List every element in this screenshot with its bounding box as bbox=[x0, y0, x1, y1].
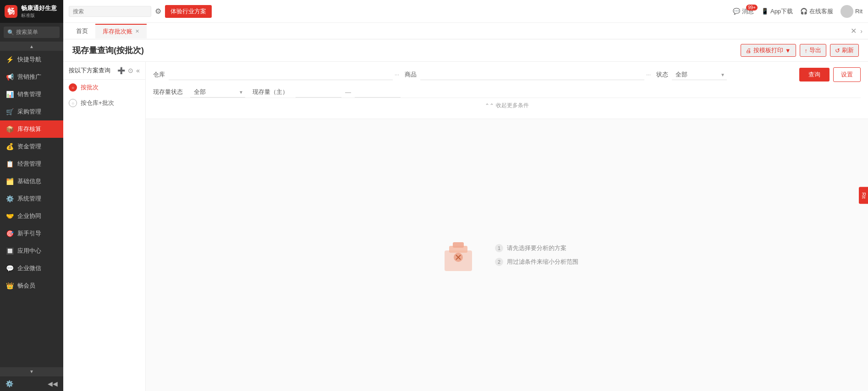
search-label: 搜索菜单 bbox=[16, 28, 38, 36]
search-icon: 🔍 bbox=[7, 29, 14, 36]
scroll-up-btn[interactable]: ▲ bbox=[0, 42, 63, 51]
product-more-icon[interactable]: ··· bbox=[646, 71, 651, 78]
sidebar-item-label: 企业协同 bbox=[17, 212, 41, 220]
app-download-btn[interactable]: 📱 App下载 bbox=[761, 7, 793, 16]
inventory-qty-label: 现存量（主） bbox=[253, 88, 288, 96]
tab-close-icon[interactable]: ✕ bbox=[135, 28, 139, 34]
sidebar-item-label: 系统管理 bbox=[17, 195, 41, 203]
export-button[interactable]: ↑ 导出 bbox=[800, 44, 827, 57]
empty-step-2: 2 用过滤条件来缩小分析范围 bbox=[495, 258, 578, 266]
trial-button[interactable]: 体验行业方案 bbox=[165, 5, 212, 18]
sidebar-item-system[interactable]: ⚙️ 系统管理 bbox=[0, 190, 63, 207]
query-button[interactable]: 查询 bbox=[799, 68, 830, 81]
sidebar-item-finance[interactable]: 💰 资金管理 bbox=[0, 138, 63, 155]
sidebar-item-guide[interactable]: 🎯 新手引导 bbox=[0, 225, 63, 242]
scheme-item-by-warehouse-batch[interactable]: ○ 按仓库+批次 bbox=[63, 95, 145, 111]
filter-row-2: 现存量状态 全部 有库存 无库存 ▼ 现存量（主） bbox=[153, 87, 861, 98]
sidebar-item-basic[interactable]: 🗂️ 基础信息 bbox=[0, 173, 63, 190]
topbar: ⚙ 体验行业方案 💬 消息 99+ 📱 App下载 🎧 在线客服 Rit bbox=[63, 0, 868, 23]
inventory-status-label: 现存量状态 bbox=[153, 88, 183, 96]
step-1-text: 请先选择要分析的方案 bbox=[507, 244, 566, 252]
inventory-status-select[interactable]: 全部 有库存 无库存 bbox=[190, 87, 245, 98]
sidebar-item-label: 畅会员 bbox=[17, 282, 35, 290]
finance-icon: 💰 bbox=[5, 142, 14, 151]
collapse-label: 收起更多条件 bbox=[496, 102, 529, 109]
scheme-label-by-batch: 按批次 bbox=[81, 83, 99, 92]
tab-inventory-batch[interactable]: 库存批次账 ✕ bbox=[95, 24, 147, 38]
sidebar-search-container[interactable]: 🔍 搜索菜单 bbox=[0, 23, 63, 42]
inventory-status-filter: 现存量状态 全部 有库存 无库存 ▼ bbox=[153, 87, 245, 98]
collapse-panel-icon[interactable]: « bbox=[136, 67, 140, 74]
inactive-scheme-icon: ○ bbox=[69, 99, 77, 107]
svg-rect-2 bbox=[453, 242, 464, 248]
wechat-icon: 💬 bbox=[5, 264, 14, 272]
right-edge-button[interactable]: Rit bbox=[859, 187, 868, 204]
user-btn[interactable]: Rit bbox=[841, 5, 863, 18]
step-2-text: 用过滤条件来缩小分析范围 bbox=[507, 258, 578, 266]
collapse-up-icon: ⌃⌃ bbox=[485, 103, 494, 109]
sidebar-item-label: 销售管理 bbox=[17, 90, 41, 98]
sidebar-nav: ⚡ 快捷导航 📢 营销推广 📊 销售管理 🛒 采购管理 📦 库存核算 💰 资金管… bbox=[0, 51, 63, 367]
warehouse-more-icon[interactable]: ··· bbox=[395, 71, 399, 78]
page-title: 现存量查询(按批次) bbox=[72, 45, 144, 56]
sidebar-item-marketing[interactable]: 📢 营销推广 bbox=[0, 68, 63, 86]
print-button[interactable]: 🖨 按模板打印 ▼ bbox=[741, 44, 796, 57]
sidebar-item-label: 经营管理 bbox=[17, 160, 41, 168]
online-service-btn[interactable]: 🎧 在线客服 bbox=[800, 7, 833, 16]
collapse-bar[interactable]: ⌃⌃ 收起更多条件 bbox=[153, 98, 861, 113]
add-scheme-icon[interactable]: ➕ bbox=[117, 67, 125, 74]
headset-icon: 🎧 bbox=[800, 8, 808, 15]
right-panel: 仓库 ··· 商品 ··· 状态 全部 有库 bbox=[146, 62, 868, 391]
main-close-icon[interactable]: ✕ bbox=[851, 27, 857, 35]
status-filter: 状态 全部 有库存 无库存 ▼ bbox=[656, 69, 794, 80]
scheme-item-by-batch[interactable]: ○ 按批次 bbox=[63, 80, 145, 95]
scroll-down-btn[interactable]: ▼ bbox=[0, 367, 63, 376]
inventory-qty-input-from[interactable] bbox=[296, 87, 341, 98]
sidebar-item-collab[interactable]: 🤝 企业协同 bbox=[0, 207, 63, 225]
sidebar-item-sales[interactable]: 📊 销售管理 bbox=[0, 86, 63, 103]
sidebar-item-quick[interactable]: ⚡ 快捷导航 bbox=[0, 51, 63, 68]
refresh-button[interactable]: ↺ 刷新 bbox=[830, 44, 859, 57]
member-icon: 👑 bbox=[5, 282, 14, 290]
status-select[interactable]: 全部 有库存 无库存 bbox=[672, 69, 727, 80]
sidebar-search[interactable]: 🔍 搜索菜单 bbox=[4, 27, 60, 38]
sidebar-item-label: 基础信息 bbox=[17, 177, 41, 185]
refresh-label: 刷新 bbox=[842, 46, 854, 54]
sidebar-item-inventory[interactable]: 📦 库存核算 bbox=[0, 120, 63, 138]
sidebar-item-operation[interactable]: 📋 经营管理 bbox=[0, 155, 63, 173]
tab-home[interactable]: 首页 bbox=[69, 24, 95, 38]
warehouse-label: 仓库 bbox=[153, 71, 165, 79]
sidebar-item-wechat[interactable]: 💬 企业微信 bbox=[0, 260, 63, 277]
messages-btn[interactable]: 💬 消息 99+ bbox=[733, 7, 754, 16]
settings-icon[interactable]: ⚙️ bbox=[5, 380, 13, 387]
right-arrow-icon[interactable]: › bbox=[860, 27, 863, 35]
sidebar: 畅 畅康通好生意 标准版 🔍 搜索菜单 ▲ ⚡ 快捷导航 📢 营销推广 📊 销售… bbox=[0, 0, 63, 391]
sidebar-item-label: 采购管理 bbox=[17, 108, 41, 116]
sidebar-item-label: 库存核算 bbox=[17, 125, 41, 133]
export-label: 导出 bbox=[809, 46, 821, 54]
sidebar-item-purchase[interactable]: 🛒 采购管理 bbox=[0, 103, 63, 120]
inventory-qty-input-to[interactable] bbox=[355, 87, 401, 98]
filter-settings-button[interactable]: 设置 bbox=[833, 67, 861, 82]
gear-icon[interactable]: ⚙ bbox=[155, 7, 161, 16]
main-area: ⚙ 体验行业方案 💬 消息 99+ 📱 App下载 🎧 在线客服 Rit bbox=[63, 0, 868, 391]
left-panel: 按以下方案查询 ➕ ⊙ « ○ 按批次 ○ 按仓库+批次 bbox=[63, 62, 146, 391]
topbar-search-input[interactable] bbox=[69, 6, 151, 17]
warehouse-input[interactable] bbox=[169, 69, 393, 80]
active-scheme-icon: ○ bbox=[69, 83, 77, 92]
product-input[interactable] bbox=[420, 69, 644, 80]
sidebar-subtitle: 标准版 bbox=[21, 12, 57, 19]
guide-icon: 🎯 bbox=[5, 229, 14, 238]
collapse-icon[interactable]: ◀◀ bbox=[48, 380, 58, 387]
step-2-circle: 2 bbox=[495, 258, 503, 266]
tab-inventory-batch-label: 库存批次账 bbox=[103, 27, 132, 36]
left-panel-header-actions: ➕ ⊙ « bbox=[117, 67, 140, 74]
print-icon: 🖨 bbox=[746, 47, 752, 54]
scheme-settings-icon[interactable]: ⊙ bbox=[128, 67, 133, 74]
sales-icon: 📊 bbox=[5, 90, 14, 98]
sidebar-title: 畅康通好生意 bbox=[21, 4, 57, 12]
sidebar-item-member[interactable]: 👑 畅会员 bbox=[0, 277, 63, 294]
sidebar-item-apps[interactable]: 🔲 应用中心 bbox=[0, 242, 63, 260]
inventory-icon: 📦 bbox=[5, 125, 14, 133]
product-label: 商品 bbox=[405, 71, 417, 79]
